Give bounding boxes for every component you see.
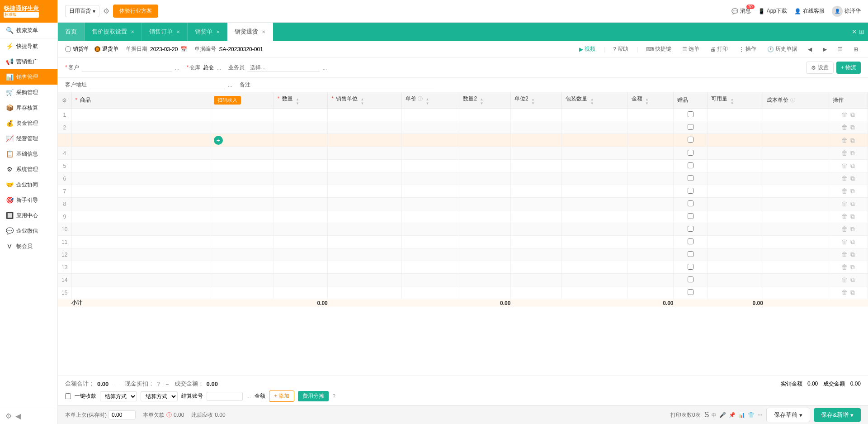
cost-unit-cell-15[interactable] — [763, 286, 829, 299]
cost-unit-cell-11[interactable] — [763, 236, 829, 248]
sidebar-item-inventory[interactable]: 📦 库存核算 — [0, 100, 57, 115]
cost-unit-cell-5[interactable] — [763, 160, 829, 172]
unit-price-sort[interactable]: ▲▼ — [426, 98, 429, 105]
toolbar-grid-view[interactable]: ⊞ — [851, 45, 861, 53]
radio-sales[interactable]: 销货单 — [65, 45, 89, 53]
sidebar-item-finance[interactable]: 💰 资金管理 — [0, 115, 57, 131]
amount-cell-11[interactable] — [627, 236, 673, 248]
sidebar-item-system[interactable]: ⚙ 系统管理 — [0, 162, 57, 177]
product-input[interactable] — [75, 137, 206, 143]
product-cell-14[interactable] — [71, 274, 210, 286]
amount-cell-6[interactable] — [627, 172, 673, 185]
sales-unit-cell-3[interactable] — [328, 134, 402, 147]
delete-icon-13[interactable]: 🗑 — [841, 263, 848, 271]
cost-unit-cell-7[interactable] — [763, 185, 829, 198]
online-service-btn[interactable]: 👤 在线客服 — [794, 7, 825, 15]
available-cell-11[interactable] — [708, 236, 763, 248]
pkg-qty-cell-6[interactable] — [562, 172, 627, 185]
unit-price-cell-15[interactable] — [401, 286, 459, 299]
available-cell-10[interactable] — [708, 223, 763, 236]
cost-unit-cell-9[interactable] — [763, 210, 829, 223]
qty-cell-14[interactable] — [274, 274, 328, 286]
qty-cell-5[interactable] — [274, 160, 328, 172]
sidebar-item-wechat[interactable]: 💬 企业微信 — [0, 223, 57, 238]
product-cell-9[interactable] — [71, 210, 210, 223]
category-select[interactable]: 日用百货 ▾ — [65, 5, 99, 17]
onetime-pay-checkbox[interactable] — [65, 393, 71, 399]
calc-method-select[interactable]: 结算方式 — [100, 391, 137, 401]
unit2-sort[interactable]: ▲▼ — [531, 98, 535, 105]
toolbar-history[interactable]: 🕐 历史单据 — [764, 44, 800, 54]
address-input[interactable] — [90, 81, 225, 89]
unit2-cell-1[interactable] — [510, 109, 562, 121]
save-draft-btn[interactable]: 保存草稿 ▾ — [766, 408, 810, 422]
available-cell-3[interactable] — [708, 134, 763, 147]
qty2-cell-4[interactable] — [459, 147, 511, 160]
amount-cell-13[interactable] — [627, 261, 673, 274]
cost-unit-cell-1[interactable] — [763, 109, 829, 121]
amount-cell-2[interactable] — [627, 121, 673, 134]
sidebar-item-purchase[interactable]: 🛒 采购管理 — [0, 85, 57, 100]
tab-home[interactable]: 首页 — [58, 23, 85, 41]
qty-cell-7[interactable] — [274, 185, 328, 198]
sales-unit-cell-13[interactable] — [328, 261, 402, 274]
customer-dotted[interactable]: ... — [175, 65, 179, 71]
unit2-cell-9[interactable] — [510, 210, 562, 223]
delete-icon-6[interactable]: 🗑 — [841, 175, 848, 182]
available-cell-5[interactable] — [708, 160, 763, 172]
sales-unit-cell-7[interactable] — [328, 185, 402, 198]
user-profile[interactable]: 👤 徐泽华 — [832, 6, 861, 17]
experience-btn[interactable]: 体验行业方案 — [113, 5, 158, 18]
sales-unit-cell-5[interactable] — [328, 160, 402, 172]
unit2-cell-10[interactable] — [510, 223, 562, 236]
available-cell-1[interactable] — [708, 109, 763, 121]
unit-price-cell-13[interactable] — [401, 261, 459, 274]
copy-icon-15[interactable]: ⧉ — [850, 289, 855, 296]
sales-unit-cell-10[interactable] — [328, 223, 402, 236]
delete-icon-9[interactable]: 🗑 — [841, 213, 848, 220]
unit2-cell-13[interactable] — [510, 261, 562, 274]
radio-return-input[interactable] — [94, 46, 100, 52]
toolbar-list-view[interactable]: ☰ — [835, 45, 845, 53]
sales-unit-cell-15[interactable] — [328, 286, 402, 299]
sidebar-item-member[interactable]: V 畅会员 — [0, 238, 57, 254]
unit2-cell-11[interactable] — [510, 236, 562, 248]
gift-checkbox-1[interactable] — [688, 111, 693, 117]
qty2-sort[interactable]: ▲▼ — [480, 98, 483, 105]
pkg-qty-cell-5[interactable] — [562, 160, 627, 172]
qty2-cell-3[interactable] — [459, 134, 511, 147]
tab-sales-order[interactable]: 销售订单 ✕ — [142, 23, 188, 41]
calendar-icon[interactable]: 📅 — [180, 46, 187, 52]
amount-cell-5[interactable] — [627, 160, 673, 172]
gift-checkbox-12[interactable] — [688, 251, 693, 257]
amount-cell-7[interactable] — [627, 185, 673, 198]
unit2-cell-12[interactable] — [510, 248, 562, 261]
unit2-cell-6[interactable] — [510, 172, 562, 185]
app-download-btn[interactable]: 📱 App下载 — [758, 7, 787, 15]
qty2-cell-6[interactable] — [459, 172, 511, 185]
unit2-cell-4[interactable] — [510, 147, 562, 160]
qty-cell-9[interactable] — [274, 210, 328, 223]
scan-btn[interactable]: 扫码录入 — [214, 96, 241, 105]
qty2-cell-8[interactable] — [459, 198, 511, 210]
gift-checkbox-2[interactable] — [688, 124, 693, 130]
copy-icon-5[interactable]: ⧉ — [850, 162, 855, 170]
sales-unit-cell-2[interactable] — [328, 121, 402, 134]
sales-unit-cell-9[interactable] — [328, 210, 402, 223]
add-logistics-btn[interactable]: + 物流 — [836, 62, 861, 74]
unit-price-cell-6[interactable] — [401, 172, 459, 185]
cost-unit-cell-12[interactable] — [763, 248, 829, 261]
gift-checkbox-4[interactable] — [688, 150, 693, 156]
radio-sales-input[interactable] — [65, 46, 71, 52]
copy-icon-7[interactable]: ⧉ — [850, 187, 855, 195]
gift-checkbox-9[interactable] — [688, 213, 693, 219]
copy-icon-9[interactable]: ⧉ — [850, 213, 855, 220]
copy-icon-2[interactable]: ⧉ — [850, 124, 855, 131]
copy-icon-3[interactable]: ⧉ — [850, 137, 855, 144]
fee-help-icon[interactable]: ? — [332, 393, 335, 400]
qty-cell-6[interactable] — [274, 172, 328, 185]
amount-cell-9[interactable] — [627, 210, 673, 223]
discount-help-icon[interactable]: ? — [157, 381, 160, 387]
sidebar-item-operation[interactable]: 📈 经营管理 — [0, 131, 57, 146]
product-cell-8[interactable] — [71, 198, 210, 210]
